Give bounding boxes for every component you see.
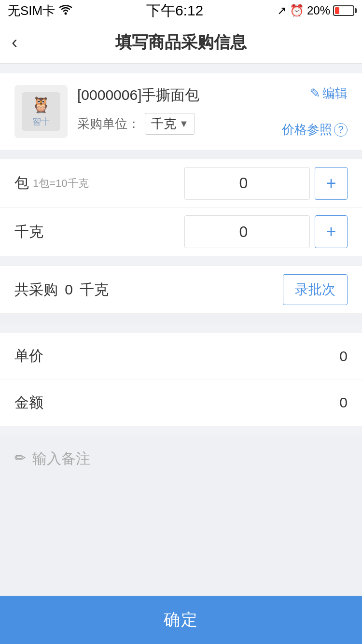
page-title: 填写商品采购信息	[115, 31, 247, 54]
product-logo-icon: 🦉	[31, 96, 51, 114]
kg-row: 千克 +	[0, 208, 362, 256]
status-bar: 无SIM卡 下午6:12 ↗ ⏰ 20%	[0, 0, 362, 21]
summary-row: 共采购 0 千克 录批次	[0, 266, 362, 314]
section-divider-1	[0, 150, 362, 159]
amount-row: 金额 0	[0, 379, 362, 426]
product-name: [0000006]手撕面包	[77, 85, 348, 105]
notes-section[interactable]: ✏ 输入备注	[0, 435, 362, 493]
bag-label: 包	[14, 173, 29, 193]
product-logo-text: 智十	[32, 116, 50, 127]
status-time: 下午6:12	[146, 1, 203, 21]
product-thumbnail: 🦉 智十	[22, 92, 60, 131]
bag-input[interactable]	[184, 167, 310, 200]
product-id: [0000006]	[77, 87, 141, 103]
confirm-button[interactable]: 确定	[0, 596, 362, 644]
back-button[interactable]: ‹	[12, 32, 17, 53]
help-icon: ?	[334, 123, 348, 137]
bag-sublabel: 1包=10千克	[33, 176, 89, 191]
product-card: 🦉 智十 [0000006]手撕面包 采购单位： 千克 ▼ ✎ 编辑 价格参照 …	[0, 73, 362, 150]
nav-bar: ‹ 填写商品采购信息	[0, 21, 362, 64]
unit-price-label: 单价	[14, 346, 339, 366]
price-info-section: 单价 0 金额 0	[0, 333, 362, 426]
unit-price-value: 0	[339, 348, 348, 364]
price-ref-button[interactable]: 价格参照 ?	[282, 121, 348, 138]
edit-icon: ✎	[310, 86, 320, 101]
location-icon: ↗	[277, 4, 287, 17]
kg-label: 千克	[14, 222, 43, 242]
wifi-icon	[59, 3, 72, 18]
pencil-icon: ✏	[14, 450, 26, 466]
unit-price-row: 单价 0	[0, 333, 362, 379]
carrier-label: 无SIM卡	[8, 2, 55, 19]
section-divider-2	[0, 314, 362, 323]
unit-value: 千克	[151, 115, 176, 132]
input-section: 包 1包=10千克 + 千克 +	[0, 159, 362, 256]
unit-label: 采购单位：	[77, 115, 140, 132]
status-right: ↗ ⏰ 20%	[277, 4, 354, 17]
kg-input[interactable]	[184, 215, 310, 248]
battery-percent: 20%	[307, 4, 330, 17]
bag-plus-button[interactable]: +	[315, 167, 348, 200]
product-title: 手撕面包	[141, 87, 199, 103]
summary-text: 共采购 0 千克	[14, 280, 283, 300]
kg-plus-button[interactable]: +	[315, 215, 348, 248]
unit-select[interactable]: 千克 ▼	[145, 113, 195, 135]
alarm-icon: ⏰	[290, 4, 304, 17]
batch-button[interactable]: 录批次	[283, 274, 348, 305]
product-image: 🦉 智十	[14, 85, 68, 138]
status-left: 无SIM卡	[8, 2, 72, 19]
amount-label: 金额	[14, 393, 339, 413]
edit-button[interactable]: ✎ 编辑	[310, 85, 348, 102]
notes-placeholder: 输入备注	[32, 449, 90, 469]
amount-value: 0	[339, 394, 348, 411]
summary-amount: 0	[65, 281, 73, 297]
unit-dropdown-icon: ▼	[179, 118, 189, 129]
svg-point-0	[65, 12, 67, 14]
bag-row: 包 1包=10千克 +	[0, 159, 362, 208]
battery-icon	[333, 5, 354, 16]
